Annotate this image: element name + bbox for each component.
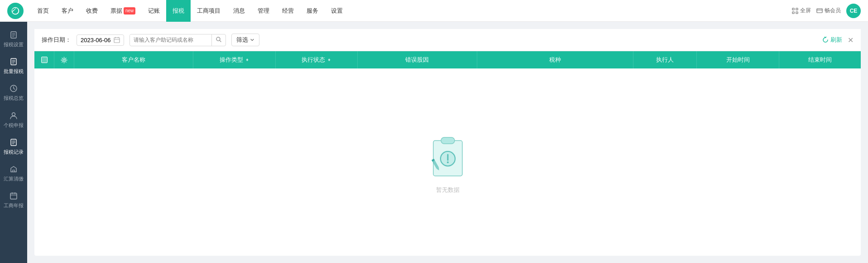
sidebar-item-tax-settings[interactable]: 报税设置 [0, 25, 27, 52]
svg-rect-3 [796, 12, 798, 14]
nav-item-billing[interactable]: 收费 [80, 0, 104, 22]
sidebar-item-annual-report[interactable]: 工商年报 [0, 186, 27, 213]
nav-item-accounts[interactable]: 记账 [142, 0, 166, 22]
personal-icon [9, 111, 19, 121]
sidebar-item-batch-tax[interactable]: 批量报税 [0, 52, 27, 79]
empty-state: 暂无数据 [34, 68, 861, 256]
member-button[interactable]: 畅会员 [816, 7, 841, 15]
sidebar-item-settlement[interactable]: 汇算清缴 [0, 160, 27, 186]
date-value: 2023-06-06 [81, 37, 111, 44]
th-tax: 税种 [477, 51, 634, 68]
top-nav: 首页客户收费票据new记账报税工商项目消息管理经营服务设置 全屏 畅会员 CE [0, 0, 868, 22]
search-box [129, 34, 226, 46]
svg-point-8 [12, 112, 15, 116]
content-area: 操作日期： 2023-06-06 [27, 22, 868, 263]
sidebar-label-tax-settings: 报税设置 [4, 42, 24, 48]
th-check [34, 51, 54, 68]
empty-illustration [425, 131, 470, 180]
sidebar-item-personal-tax[interactable]: 个税申报 [0, 106, 27, 133]
batch-icon [9, 57, 19, 67]
top-nav-right: 全屏 畅会员 CE [792, 4, 861, 18]
records-icon [9, 137, 19, 147]
nav-item-business[interactable]: 工商项目 [191, 0, 227, 22]
svg-rect-15 [441, 137, 455, 144]
member-label: 畅会员 [825, 7, 841, 15]
sidebar-label-personal-tax: 个税申报 [4, 122, 24, 128]
date-picker[interactable]: 2023-06-06 [77, 34, 124, 46]
th-reason: 错误股因 [358, 51, 477, 68]
settlement-icon [9, 164, 19, 174]
avatar[interactable]: CE [846, 4, 861, 18]
avatar-text: CE [850, 8, 858, 14]
th-start: 开始时间 [697, 51, 779, 68]
nav-badge-invoices: new [124, 7, 135, 15]
summary-icon [9, 83, 19, 93]
nav-item-tax[interactable]: 报税 [166, 0, 191, 22]
nav-item-clients[interactable]: 客户 [55, 0, 80, 22]
logo[interactable] [7, 3, 24, 19]
th-optype: 操作类型 [193, 51, 275, 68]
nav-item-settings[interactable]: 设置 [325, 0, 349, 22]
svg-rect-10 [10, 193, 17, 199]
sidebar-label-tax-records: 报税记录 [4, 149, 24, 155]
gear-icon[interactable] [61, 57, 67, 63]
calendar-icon [114, 37, 120, 43]
chevron-down-icon [250, 38, 254, 42]
sidebar-item-tax-records[interactable]: 报税记录 [0, 133, 27, 160]
search-input[interactable] [130, 35, 211, 45]
th-gear [54, 51, 74, 68]
th-client: 客户名称 [74, 51, 193, 68]
nav-item-finance[interactable]: 经营 [276, 0, 300, 22]
tax-settings-icon [9, 30, 19, 40]
sidebar-label-batch-tax: 批量报税 [4, 68, 24, 74]
svg-rect-1 [796, 8, 798, 10]
nav-item-services[interactable]: 服务 [300, 0, 325, 22]
table-body: 暂无数据 [34, 68, 861, 256]
svg-point-13 [63, 59, 65, 61]
refresh-button[interactable]: 刷新 [822, 36, 842, 44]
refresh-icon [822, 37, 829, 43]
svg-rect-11 [114, 38, 120, 43]
fullscreen-label: 全屏 [800, 7, 811, 15]
fullscreen-button[interactable]: 全屏 [792, 7, 811, 15]
svg-point-18 [447, 161, 449, 163]
th-status: 执行状态 [276, 51, 358, 68]
nav-items: 首页客户收费票据new记账报税工商项目消息管理经营服务设置 [31, 0, 792, 22]
filter-button[interactable]: 筛选 [231, 34, 259, 46]
date-label: 操作日期： [42, 36, 71, 44]
sidebar-label-tax-summary: 报税总览 [4, 95, 24, 101]
sidebar-label-settlement: 汇算清缴 [4, 176, 24, 182]
toolbar-right: 刷新 ✕ [822, 36, 854, 44]
sidebar-label-annual-report: 工商年报 [4, 203, 24, 209]
svg-rect-2 [792, 12, 794, 14]
nav-item-home[interactable]: 首页 [31, 0, 55, 22]
search-icon [216, 36, 222, 43]
svg-rect-0 [792, 8, 794, 10]
nav-item-manage[interactable]: 管理 [251, 0, 276, 22]
nav-item-invoices[interactable]: 票据new [104, 0, 142, 22]
sort-icon [245, 58, 249, 62]
nav-item-messages[interactable]: 消息 [227, 0, 251, 22]
main-layout: 报税设置批量报税报税总览个税申报报税记录汇算清缴工商年报 操作日期： 2023-… [0, 22, 868, 263]
svg-rect-4 [817, 9, 822, 13]
table-card: 操作日期： 2023-06-06 [34, 29, 861, 256]
refresh-label: 刷新 [830, 36, 842, 44]
header-checkbox[interactable] [41, 57, 48, 63]
search-button[interactable] [211, 34, 225, 46]
sidebar: 报税设置批量报税报税总览个税申报报税记录汇算清缴工商年报 [0, 22, 27, 263]
table-toolbar: 操作日期： 2023-06-06 [34, 29, 861, 51]
sidebar-item-tax-summary[interactable]: 报税总览 [0, 79, 27, 106]
close-button[interactable]: ✕ [848, 36, 854, 44]
table-header: 客户名称 操作类型 执行状态 错误股因 [34, 51, 861, 68]
sort-icon-2 [327, 58, 331, 62]
annual-icon [9, 191, 19, 201]
th-executor: 执行人 [633, 51, 697, 68]
empty-text: 暂无数据 [436, 186, 460, 194]
filter-label: 筛选 [236, 36, 248, 44]
th-end: 结束时间 [779, 51, 861, 68]
